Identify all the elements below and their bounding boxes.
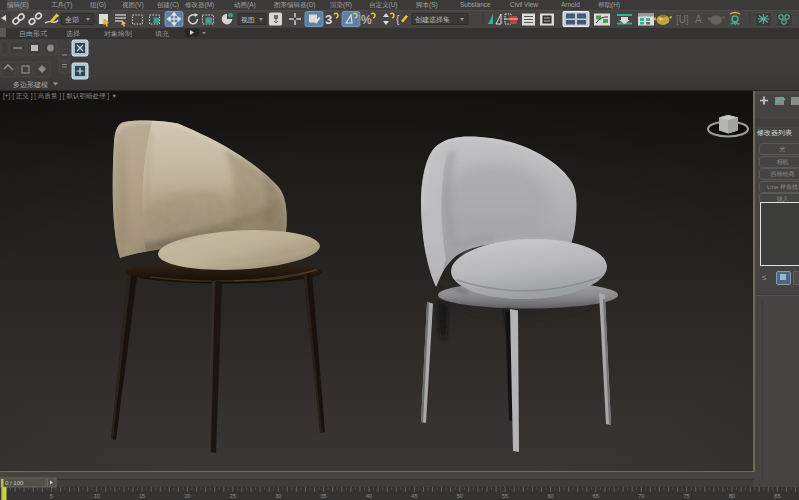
- svg-text:[U]: [U]: [676, 14, 689, 25]
- svg-text:全部: 全部: [65, 16, 79, 24]
- svg-text:30: 30: [275, 493, 281, 499]
- svg-text:视图: 视图: [241, 16, 255, 24]
- svg-text:35: 35: [321, 493, 327, 499]
- svg-text:55: 55: [502, 493, 508, 499]
- svg-text:0 / 100: 0 / 100: [5, 480, 24, 486]
- svg-text:多边形建模: 多边形建模: [13, 81, 48, 89]
- svg-text:45: 45: [411, 493, 417, 499]
- svg-text:10: 10: [94, 493, 100, 499]
- svg-text:50: 50: [457, 493, 463, 499]
- svg-text:60: 60: [547, 493, 553, 499]
- svg-text:70: 70: [638, 493, 644, 499]
- svg-text:修改器列表: 修改器列表: [757, 129, 792, 137]
- svg-text:20: 20: [184, 493, 190, 499]
- svg-text:创建选择集: 创建选择集: [415, 16, 450, 24]
- svg-text:3: 3: [325, 12, 332, 27]
- svg-text:40: 40: [366, 493, 372, 499]
- svg-text:65: 65: [593, 493, 599, 499]
- svg-text:5: 5: [50, 493, 53, 499]
- svg-text:75: 75: [684, 493, 690, 499]
- svg-text:15: 15: [139, 493, 145, 499]
- svg-text:%: %: [361, 13, 372, 27]
- svg-text:A: A: [695, 14, 702, 25]
- svg-text:85: 85: [774, 493, 780, 499]
- svg-text:80: 80: [729, 493, 735, 499]
- svg-text:25: 25: [230, 493, 236, 499]
